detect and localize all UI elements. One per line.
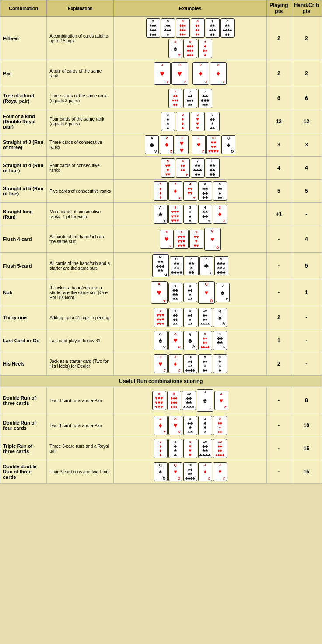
card: 6 ♦♦♦♦♦♦ 6 (191, 18, 205, 38)
card: 9 ♥♥♥♥♥♥♥♥♥ 9 (168, 205, 182, 224)
card: J ♥ J (214, 391, 228, 410)
examples-flush-4: 2 ♥ 2 9 ♥♥♥♥♥♥♥♥♥ 9 (114, 226, 267, 253)
card: A ♥ A (151, 281, 168, 304)
combo-straight-3: Straight of 3 (Run of three) (0, 133, 47, 157)
row-flush-4: Flush 4-card All cards of the hand/crib … (0, 226, 322, 253)
card: 10 ♠♠♠♠♠♠♠♠ 10 (198, 308, 212, 327)
crib-fifteen: 2 (291, 17, 322, 60)
card: 4 ♦♦♦♦ 4 (176, 158, 190, 178)
card: J ♥ J (213, 462, 227, 481)
card: 6 ♠♠♠♠♠♠ 6 (168, 308, 182, 327)
pts-triple-run-3: - (266, 437, 291, 460)
pts-straight-long: +1 (266, 203, 291, 226)
combo-three-kind: Tree of a kind (Royal pair) (0, 87, 47, 110)
card: 8 ♠♠♠♠♠♠♠♠ 8 (220, 18, 234, 38)
card: 4 ♦♦♦♦ 4 (198, 39, 212, 58)
card: 3 ♠♠♠♠♠ 3 (206, 112, 220, 131)
card: 2 ♠ 2 (168, 39, 182, 58)
card: 9 ♦♦♦♦♦♦♦♦♦ 9 (176, 18, 190, 38)
header-examples: Examples (114, 0, 267, 17)
section-header-text: Useful Run combinations scoring (0, 376, 322, 387)
card: A ♠ A (154, 331, 168, 350)
card: Q ♠ Q (154, 462, 168, 481)
explain-straight-5: Five cards of consecutive ranks (47, 180, 114, 203)
card: 5 ♠♠♠♠♠ 5 (198, 354, 212, 373)
card: 5 ♣♣♣♣♣ 5 (185, 256, 199, 275)
card: 9 ♥♥♥♥♥♥♥♥♥ 9 (175, 230, 189, 249)
combo-double-run-4: Double Run of four cards (0, 414, 47, 437)
card: A ♥ A (168, 416, 182, 435)
card: J ♦ J (168, 354, 182, 373)
card: A ♠ A (145, 135, 159, 154)
crib-straight-5: 5 (291, 180, 322, 203)
combo-thirty-one: Thirty-one (0, 306, 47, 329)
card: 7 ♦♦♦♦♦♦♦ 7 (168, 89, 182, 108)
header-explanation: Explanation (47, 0, 114, 17)
pts-straight-4: 4 (266, 157, 291, 180)
explain-double-double-run: Four 3-card runs and two Pairs (47, 460, 114, 484)
examples-straight-3: A ♠ A 2 ♦ 2 3 (114, 133, 267, 157)
explain-straight-4: Four cards of consecutive ranks (47, 157, 114, 180)
combo-triple-run-3: Triple Run of three cards (0, 437, 47, 460)
combo-fifteen: Fifteen (0, 17, 47, 60)
explain-three-kind: Three cards of the same rank (equals 3 p… (47, 87, 114, 110)
combo-straight-5: Straight of 5 (Run of five) (0, 180, 47, 203)
card: 5 ♣♣♣♣♣ 5 (183, 416, 197, 435)
examples-thirty-one: 9 ♥♥♥♥♥♥♥♥♥ 9 6 ♠♠♠♠♠♠ 6 (114, 306, 267, 329)
crib-double-run-4: 10 (291, 414, 322, 437)
card: 5 ♠♠♠♠♠ 5 (183, 308, 197, 327)
row-double-double-run: Double double Run of three cards Four 3-… (0, 460, 322, 484)
card: 2 ♥ 2 (160, 230, 174, 249)
card: 4 ♥♥♥♥ 4 (183, 181, 197, 201)
card: J ♠ J (216, 283, 230, 302)
card: J ♥ J (154, 62, 171, 85)
pts-four-kind: 12 (266, 110, 291, 133)
card: 3 ♣♣♣ 3 (168, 439, 182, 458)
row-pair: Pair A pair of cards of the same rank J … (0, 60, 322, 87)
crib-his-heels: - (291, 352, 322, 376)
examples-straight-long: A ♠ A 9 ♥♥♥♥♥♥♥♥♥ 9 (114, 203, 267, 226)
explain-straight-long: More cards of consecutive ranks, 1 pt fo… (47, 203, 114, 226)
card: A ♠ A (154, 205, 168, 224)
card: 9 ♠♠♠♠♠♠♠♠♠ 9 (146, 18, 160, 38)
examples-triple-run-3: 3 ♦♦♦ 3 3 ♣♣♣ 3 3 (114, 437, 267, 460)
card: J ♥ J (154, 354, 168, 373)
card: 4 ♣♣♣♣ 4 (213, 331, 227, 350)
card: 5 ♠♠♠♠♠ 5 (183, 283, 197, 302)
crib-double-double-run: 16 (291, 460, 322, 484)
card: Q ♠ Q (221, 135, 235, 154)
row-straight-3: Straight of 3 (Run of three) Three cards… (0, 133, 322, 157)
pts-flush-4: - (266, 226, 291, 253)
card: 3 ♠♠♠ 3 (183, 205, 197, 224)
pts-thirty-one: 2 (266, 306, 291, 329)
section-header-useful-runs: Useful Run combinations scoring (0, 376, 322, 387)
pts-straight-5: 5 (266, 180, 291, 203)
crib-three-kind: 6 (291, 87, 322, 110)
row-straight-4: Straight of 4 (Run of four) Four cards o… (0, 157, 322, 180)
card: 5 ♦♦♦♦♦ 5 (213, 416, 227, 435)
examples-double-run-3: 9 ♥♥♥♥♥♥♥♥♥ 9 9 ♦♦♦♦♦♦♦♦♦ 9 (114, 387, 267, 414)
card: 9 ♦♦♦♦♦♦♦♦♦ 9 (183, 39, 197, 58)
combo-straight-long: Straight long (Run) (0, 203, 47, 226)
combo-flush-4: Flush 4-card (0, 226, 47, 253)
pts-nob: - (266, 279, 291, 306)
examples-four-kind: 3 ♠♠♠ 3 3 ♦♦♦ 3 3 (114, 110, 267, 133)
combo-four-kind: Four of a kind (Double Royal pair) (0, 110, 47, 133)
row-four-kind: Four of a kind (Double Royal pair) Four … (0, 110, 322, 133)
card: 10 ♠♠♠♠♠♠♠♠ 10 (183, 354, 197, 373)
crib-thirty-one: - (291, 306, 322, 329)
row-last-card: Last Card or Go Last card played below 3… (0, 329, 322, 352)
crib-triple-run-3: 15 (291, 437, 322, 460)
card: 9 ♥♥♥♥♥♥♥♥♥ 9 (154, 308, 168, 327)
explain-thirty-one: Adding up to 31 pips in playing (47, 306, 114, 329)
combo-pair: Pair (0, 60, 47, 87)
card: 6 ♣♣♣♣♣♣ 6 (198, 181, 212, 201)
examples-flush-5: K ♣♣♣♣♣♣♣ K 10 ♣♣♣♣♣♣♣♣ 10 (114, 253, 267, 279)
examples-double-double-run: Q ♠ Q Q ♥ Q 10 (114, 460, 267, 484)
card: 10 ♠♠♠♠♠♠♠♠ 10 (183, 462, 197, 481)
explain-four-kind: Four cards of the same rank (equals 6 pa… (47, 110, 114, 133)
card: Q ♠ Q (213, 308, 227, 327)
examples-fifteen: 9 ♠♠♠♠♠♠♠♠♠ 9 5 ♠♠♠♠♠♠ 5 (114, 17, 267, 60)
card: 7 ♣♣♣♣♣♣♣ 7 (198, 89, 212, 108)
pts-double-double-run: - (266, 460, 291, 484)
